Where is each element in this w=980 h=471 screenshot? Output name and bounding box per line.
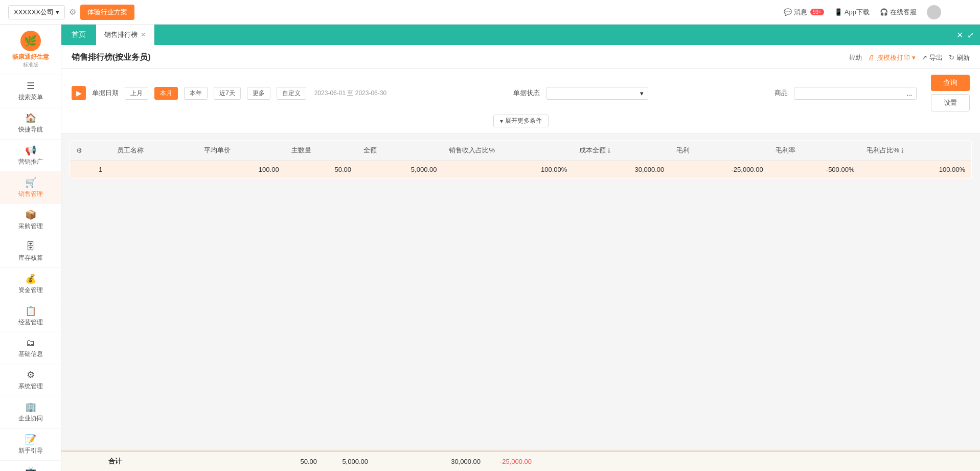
row-rank: 1 [90, 161, 111, 179]
sidebar-item-label: 库存核算 [18, 254, 43, 262]
table-footer: 合计 50.00 5,000.00 30,000.00 -25,000.00 [61, 451, 980, 471]
date-btn-this-year[interactable]: 本年 [184, 87, 208, 100]
settings-icon[interactable]: ⚙ [69, 7, 76, 17]
service-icon: 🎧 [880, 8, 888, 16]
row-sales-pct: 100.00% [443, 161, 573, 179]
enterprise-icon: 🏢 [25, 401, 36, 413]
goods-more-icon: ... [906, 89, 912, 97]
cost-info-icon: ℹ [608, 147, 610, 154]
home-icon: 🏠 [25, 113, 36, 124]
sidebar: 🌿 畅康通好生意 标准版 ☰ 搜索菜单 🏠 快捷导航 📢 营销推广 🛒 销售管理… [0, 25, 61, 471]
footer-qty: 50.00 [272, 458, 323, 465]
filter-arrow-icon: ▶ [76, 89, 82, 97]
company-selector[interactable]: XXXXXX公司 ▾ [8, 5, 65, 19]
sidebar-item-label: 销售管理 [18, 190, 43, 198]
col-avg-price: 平均单价 [198, 141, 285, 161]
expand-row: ▾ 展开更多条件 [72, 111, 970, 127]
row-avg-price: 100.00 [198, 161, 285, 179]
service-label: 在线客服 [890, 8, 917, 17]
expand-more-button[interactable]: ▾ 展开更多条件 [493, 115, 549, 127]
window-close-icon[interactable]: ✕ [956, 30, 963, 40]
print-dropdown-icon: ▾ [912, 54, 916, 61]
print-button[interactable]: 🖨 按模板打印 ▾ [868, 53, 916, 62]
row-name [111, 161, 198, 179]
print-icon: 🖨 [868, 54, 875, 61]
date-label: 单据日期 [92, 88, 119, 98]
goods-input-wrap[interactable]: ... [794, 87, 917, 100]
message-item[interactable]: 💬 消息 99+ [784, 8, 824, 17]
service-item[interactable]: 🎧 在线客服 [880, 8, 917, 17]
row-amount: 5,000.00 [357, 161, 443, 179]
sidebar-item-quick-nav[interactable]: 🏠 快捷导航 [0, 107, 61, 140]
goods-label: 商品 [774, 88, 788, 98]
app-download-item[interactable]: 📱 App下载 [834, 8, 870, 17]
sidebar-item-marketing[interactable]: 📢 营销推广 [0, 140, 61, 172]
main-layout: 🌿 畅康通好生意 标准版 ☰ 搜索菜单 🏠 快捷导航 📢 营销推广 🛒 销售管理… [0, 25, 980, 471]
refresh-button[interactable]: ↻ 刷新 [949, 53, 970, 62]
filter-collapse-btn[interactable]: ▶ [72, 86, 86, 100]
col-qty: 主数量 [285, 141, 357, 161]
sidebar-item-finance[interactable]: 💰 资金管理 [0, 268, 61, 300]
table-header: ⚙ 员工名称 平均单价 主数量 全额 销售收入占比% 成本全额 ℹ 毛利 毛利率… [70, 141, 972, 161]
top-bar-left: XXXXXX公司 ▾ ⚙ 体验行业方案 [8, 5, 134, 20]
date-btn-7days[interactable]: 近7天 [214, 87, 241, 100]
sidebar-item-basic-info[interactable]: 🗂 基础信息 [0, 332, 61, 364]
logo-sub: 标准版 [4, 61, 57, 69]
page-actions: 帮助 🖨 按模板打印 ▾ ↗ 导出 ↻ 刷新 [849, 53, 970, 62]
sidebar-item-label: 新手引导 [18, 446, 43, 455]
export-button[interactable]: ↗ 导出 [922, 53, 943, 62]
app-icon: 📱 [834, 8, 842, 16]
gross-pct-info-icon: ℹ [901, 147, 904, 154]
date-btn-last-month[interactable]: 上月 [125, 87, 148, 100]
inventory-icon: 🗄 [26, 241, 35, 252]
expand-icon: ▾ [500, 118, 503, 125]
top-bar-right: 💬 消息 99+ 📱 App下载 🎧 在线客服 [784, 5, 972, 19]
tab-sales-ranking[interactable]: 销售排行榜 ✕ [96, 25, 154, 45]
date-btn-more[interactable]: 更多 [247, 87, 270, 100]
sidebar-item-inventory[interactable]: 🗄 库存核算 [0, 236, 61, 268]
avatar-name[interactable] [951, 5, 972, 19]
logo-main: 畅康通好生意 [4, 53, 57, 61]
sidebar-item-enterprise[interactable]: 🏢 企业协同 [0, 396, 61, 429]
date-range: 2023-06-01 至 2023-06-30 [314, 89, 386, 98]
expand-label: 展开更多条件 [505, 117, 542, 125]
tab-actions: ✕ ⤢ [956, 30, 980, 40]
sidebar-item-label: 资金管理 [18, 286, 43, 295]
sidebar-item-guide[interactable]: 📝 新手引导 [0, 429, 61, 461]
sidebar-item-search[interactable]: ☰ 搜索菜单 [0, 75, 61, 107]
col-icon: ⚙ [70, 141, 90, 161]
sidebar-item-label: 营销推广 [18, 158, 43, 166]
query-button[interactable]: 查询 [931, 75, 970, 91]
filter-row-1: ▶ 单据日期 上月 本月 本年 近7天 更多 自定义 2023-06-01 至 … [72, 75, 970, 111]
marketing-icon: 📢 [25, 145, 36, 156]
sidebar-item-label: 系统管理 [18, 382, 43, 391]
date-btn-custom[interactable]: 自定义 [277, 87, 306, 100]
table-body: 1 100.00 50.00 5,000.00 100.00% 30,000.0… [70, 161, 972, 179]
status-select-wrap[interactable]: ▾ [546, 87, 648, 100]
col-cost: 成本全额 ℹ [573, 141, 670, 161]
sidebar-item-operations[interactable]: 📋 经营管理 [0, 300, 61, 332]
sales-icon: 🛒 [25, 177, 36, 188]
tab-home[interactable]: 首页 [61, 25, 96, 45]
message-label: 消息 [794, 8, 807, 17]
trial-button[interactable]: 体验行业方案 [80, 5, 134, 20]
sidebar-item-apps[interactable]: 📺 应用中心 [0, 461, 61, 471]
sidebar-item-label: 搜索菜单 [18, 93, 43, 102]
sidebar-item-system[interactable]: ⚙ 系统管理 [0, 364, 61, 396]
row-gross: -25,000.00 [670, 161, 769, 179]
col-amount: 全额 [357, 141, 443, 161]
date-btn-this-month[interactable]: 本月 [154, 87, 178, 100]
header-row: ⚙ 员工名称 平均单价 主数量 全额 销售收入占比% 成本全额 ℹ 毛利 毛利率… [70, 141, 972, 161]
help-button[interactable]: 帮助 [849, 53, 862, 62]
tab-close-icon[interactable]: ✕ [141, 31, 146, 38]
row-gross-rate: -500.00% [769, 161, 861, 179]
row-gross-pct: 100.00% [860, 161, 971, 179]
footer-gross: -25,000.00 [487, 458, 538, 465]
window-max-icon[interactable]: ⤢ [967, 30, 974, 40]
avatar[interactable] [927, 5, 941, 19]
operations-icon: 📋 [25, 305, 36, 317]
settings-small-button[interactable]: 设置 [931, 94, 970, 111]
export-label: 导出 [929, 53, 943, 62]
sidebar-item-sales[interactable]: 🛒 销售管理 [0, 172, 61, 204]
sidebar-item-purchase[interactable]: 📦 采购管理 [0, 204, 61, 236]
